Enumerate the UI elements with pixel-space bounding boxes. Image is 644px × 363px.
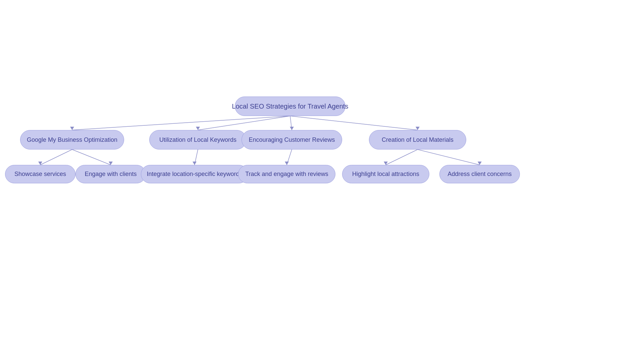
svg-marker-12 — [290, 127, 294, 130]
node-gmb: Google My Business Optimization — [20, 130, 124, 149]
svg-line-7 — [287, 149, 292, 165]
svg-line-8 — [386, 149, 418, 165]
svg-line-1 — [198, 116, 290, 130]
svg-marker-16 — [193, 162, 197, 165]
svg-line-6 — [195, 149, 198, 165]
svg-line-5 — [72, 149, 111, 165]
svg-line-2 — [290, 116, 292, 130]
svg-line-0 — [72, 116, 290, 130]
node-keywords: Utilization of Local Keywords — [149, 130, 247, 149]
mindmap-diagram: Local SEO Strategies for Travel Agents G… — [0, 0, 644, 363]
svg-marker-10 — [70, 127, 74, 130]
svg-marker-18 — [384, 162, 388, 165]
root-node: Local SEO Strategies for Travel Agents — [235, 97, 345, 116]
node-track: Track and engage with reviews — [238, 165, 335, 183]
node-reviews: Encouraging Customer Reviews — [241, 130, 342, 149]
node-materials: Creation of Local Materials — [369, 130, 466, 149]
svg-marker-15 — [109, 162, 113, 165]
svg-line-9 — [418, 149, 480, 165]
node-engage: Engage with clients — [75, 165, 146, 183]
node-showcase: Showcase services — [5, 165, 75, 183]
svg-line-3 — [290, 116, 418, 130]
svg-marker-14 — [38, 162, 42, 165]
svg-marker-19 — [478, 162, 482, 165]
svg-marker-17 — [285, 162, 289, 165]
node-integrate: Integrate location-specific keywords — [141, 165, 248, 183]
node-highlight: Highlight local attractions — [342, 165, 429, 183]
svg-line-4 — [40, 149, 72, 165]
svg-marker-13 — [416, 127, 420, 130]
svg-marker-11 — [196, 127, 200, 130]
node-address: Address client concerns — [439, 165, 520, 183]
